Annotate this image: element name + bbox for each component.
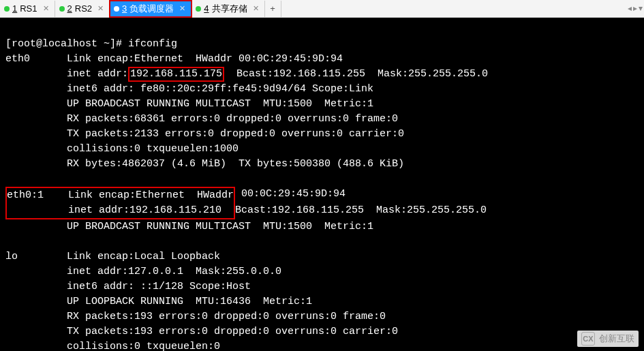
output-line: TX packets:193 errors:0 dropped:0 overru… (67, 326, 398, 337)
output-line: inet addr: (67, 68, 128, 80)
tab-number: 2 (67, 3, 72, 14)
tab-rs2[interactable]: 2 RS2 ✕ (55, 1, 110, 17)
close-icon[interactable]: ✕ (253, 4, 259, 13)
highlighted-block: eth0:1 Link encap:Ethernet HWaddr inet a… (5, 187, 235, 219)
tab-label: RS2 (75, 3, 92, 14)
tab-label: RS1 (20, 3, 37, 14)
watermark-text: 创新互联 (599, 333, 634, 345)
status-dot-icon (114, 6, 119, 12)
output-line: RX packets:68361 errors:0 dropped:0 over… (67, 113, 398, 125)
tab-number: 3 (122, 3, 127, 14)
output-line: TX packets:2133 errors:0 dropped:0 overr… (67, 128, 404, 140)
output-line: Bcast:192.168.115.255 Mask:255.255.255.0 (235, 204, 487, 216)
nav-right-icon[interactable]: ▸ (633, 3, 637, 13)
close-icon[interactable]: ✕ (179, 4, 185, 13)
output-line: UP BROADCAST RUNNING MULTICAST MTU:1500 … (67, 98, 373, 110)
tab-label: 共享存储 (212, 3, 247, 15)
output-line: Link encap:Local Loopback (67, 251, 220, 262)
tab-number: 1 (12, 3, 17, 14)
highlighted-ip: 192.168.115.175 (128, 67, 224, 82)
output-line: UP BROADCAST RUNNING MULTICAST MTU:1500 … (67, 221, 373, 232)
tab-rs1[interactable]: 1 RS1 ✕ (0, 1, 55, 17)
output-line: inet addr:127.0.0.1 Mask:255.0.0.0 (67, 266, 281, 277)
output-line: eth0:1 Link encap:Ethernet HWaddr (7, 189, 234, 201)
status-dot-icon (4, 6, 10, 12)
output-line: RX bytes:4862037 (4.6 MiB) TX bytes:5003… (67, 158, 404, 170)
output-line: collisions:0 txqueuelen:0 (67, 341, 220, 351)
output-line: UP LOOPBACK RUNNING MTU:16436 Metric:1 (67, 296, 312, 307)
command: ifconfig (128, 38, 177, 50)
prompt: [root@localhost ~]# (5, 38, 128, 50)
iface-name: eth0 (5, 53, 30, 65)
tab-loadbalancer[interactable]: 3 负载调度器 ✕ (110, 1, 191, 17)
close-icon[interactable]: ✕ (97, 4, 104, 13)
tab-bar: 1 RS1 ✕ 2 RS2 ✕ 3 负载调度器 ✕ 4 共享存储 ✕ + ◂ ▸… (0, 0, 644, 18)
status-dot-icon (196, 6, 201, 12)
nav-left-icon[interactable]: ◂ (628, 3, 632, 13)
output-line: inet addr:192.168.115.210 (7, 204, 234, 216)
output-line: inet6 addr: ::1/128 Scope:Host (67, 281, 251, 292)
terminal[interactable]: [root@localhost ~]# ifconfig eth0 Link e… (0, 18, 644, 351)
watermark: CX 创新互联 (577, 331, 639, 347)
output-line: Bcast:192.168.115.255 Mask:255.255.255.0 (224, 68, 488, 80)
tab-number: 4 (204, 3, 209, 14)
output-line: Link encap:Ethernet HWaddr 00:0C:29:45:9… (67, 53, 343, 65)
output-line: collisions:0 txqueuelen:1000 (67, 143, 239, 155)
watermark-logo-icon: CX (581, 332, 595, 346)
tab-sharedstorage[interactable]: 4 共享存储 ✕ (191, 1, 264, 17)
output-line: RX packets:193 errors:0 dropped:0 overru… (67, 311, 386, 322)
iface-name: lo (5, 251, 18, 262)
tab-label: 负载调度器 (129, 3, 174, 15)
new-tab-button[interactable]: + (265, 1, 281, 17)
tab-nav: ◂ ▸ ▾ (628, 0, 643, 16)
close-icon[interactable]: ✕ (43, 4, 49, 13)
output-line: inet6 addr: fe80::20c:29ff:fe45:9d94/64 … (67, 83, 373, 95)
output-line: 00:0C:29:45:9D:94 (235, 187, 346, 202)
nav-menu-icon[interactable]: ▾ (639, 3, 643, 13)
status-dot-icon (59, 6, 65, 12)
